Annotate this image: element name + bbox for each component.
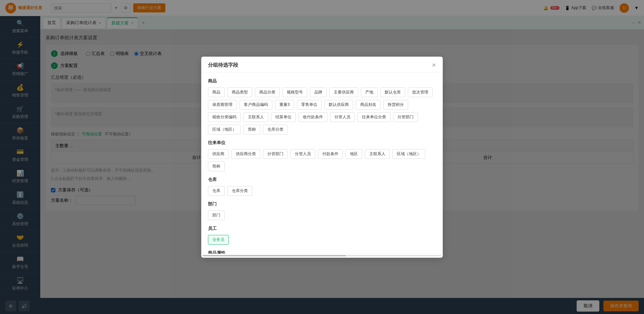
section-partner-title: 往来单位 [208,140,436,146]
tag-supplier[interactable]: 供应商 [208,149,229,159]
tag-payment-terms[interactable]: 收付款条件 [299,112,327,122]
section-dept-title: 部门 [208,201,436,207]
tag-default-warehouse[interactable]: 默认仓库 [380,87,405,97]
modal-title: 分组待选字段 [208,62,238,68]
tag-supervisor[interactable]: 分管人员 [330,112,355,122]
tag-dept[interactable]: 部门 [208,210,225,220]
section-warehouse-title: 仓库 [208,177,436,183]
tag-origin[interactable]: 产地 [361,87,378,97]
tag-warehouse[interactable]: 仓库 [208,186,225,196]
section-employee: 员工 业务员 [208,226,436,245]
tag-product-category[interactable]: 商品分类 [255,87,280,97]
modal-body[interactable]: 商品 商品 商品类型 商品分类 规格型号 品牌 主要供应商 产地 默认仓库 批次… [201,73,443,254]
tag-retail-unit[interactable]: 零售单位 [297,100,322,110]
section-dept: 部门 部门 [208,201,436,220]
tag-short-name[interactable]: 简称 [244,125,260,134]
modal-overlay: 分组待选字段 ✕ 商品 商品 商品类型 商品分类 规格型号 品牌 主要供应商 产… [0,0,644,314]
tag-brand[interactable]: 品牌 [310,87,327,97]
modal-dialog: 分组待选字段 ✕ 商品 商品 商品类型 商品分类 规格型号 品牌 主要供应商 产… [201,57,443,258]
modal-header: 分组待选字段 ✕ [201,57,443,73]
tag-batch-mgmt[interactable]: 批次管理 [408,87,433,97]
tag-region-product[interactable]: 区域（地区） [208,125,241,134]
tag-supplier-category[interactable]: 供应商分类 [231,149,260,159]
tag-main-contact-partner[interactable]: 主联系人 [365,149,390,159]
tag-salesperson[interactable]: 业务员 [208,235,229,245]
tag-tax-code[interactable]: 税收分类编码 [208,112,241,122]
tag-weight[interactable]: 重量3 [275,100,294,110]
tag-split-score[interactable]: 拆货积分 [383,100,408,110]
tag-wh-category[interactable]: 仓库分类 [227,186,252,196]
dept-tags: 部门 [208,210,436,220]
tag-default-supplier[interactable]: 默认供应商 [324,100,353,110]
modal-scrollbar-h[interactable] [201,254,443,258]
partner-tags: 供应商 供应商分类 分管部门 分管人员 付款条件 地区 主联系人 区域（地区） … [208,149,436,171]
tag-main-contact[interactable]: 主联系人 [244,112,268,122]
tag-alias[interactable]: 商品别名 [356,100,381,110]
product-tags: 商品 商品类型 商品分类 规格型号 品牌 主要供应商 产地 默认仓库 批次管理 … [208,87,436,134]
tag-partner-category[interactable]: 往来单位分类 [358,112,390,122]
section-product-attr-title: 商品属性 [208,250,436,254]
tag-payment-cond[interactable]: 付款条件 [318,149,343,159]
employee-tags: 业务员 [208,235,436,245]
tag-product-type[interactable]: 商品类型 [227,87,252,97]
section-employee-title: 员工 [208,226,436,232]
tag-settlement-unit[interactable]: 结算单位 [271,112,296,122]
tag-shelf-life[interactable]: 保质期管理 [208,100,237,110]
tag-dept-manage[interactable]: 分管部门 [393,112,418,122]
tag-short-partner[interactable]: 简称 [208,162,225,171]
section-product-title: 商品 [208,78,436,84]
tag-spec-model[interactable]: 规格型号 [282,87,307,97]
tag-warehouse-category[interactable]: 仓库分类 [263,125,288,134]
tag-dept-partner[interactable]: 分管部门 [263,149,288,159]
tag-product[interactable]: 商品 [208,87,225,97]
section-warehouse: 仓库 仓库 仓库分类 [208,177,436,196]
tag-customer-code[interactable]: 客户商品编码 [239,100,272,110]
tag-main-supplier[interactable]: 主要供应商 [329,87,358,97]
tag-person-partner[interactable]: 分管人员 [290,149,315,159]
warehouse-tags: 仓库 仓库分类 [208,186,436,196]
tag-region-partner[interactable]: 地区 [345,149,362,159]
tag-region2-partner[interactable]: 区域（地区） [392,149,425,159]
modal-close-icon[interactable]: ✕ [432,62,436,68]
section-partner: 往来单位 供应商 供应商分类 分管部门 分管人员 付款条件 地区 主联系人 区域… [208,140,436,171]
section-product: 商品 商品 商品类型 商品分类 规格型号 品牌 主要供应商 产地 默认仓库 批次… [208,78,436,134]
section-product-attr: 商品属性 属性 颜色 多规格 尺码 鞋码 1 [208,250,436,254]
